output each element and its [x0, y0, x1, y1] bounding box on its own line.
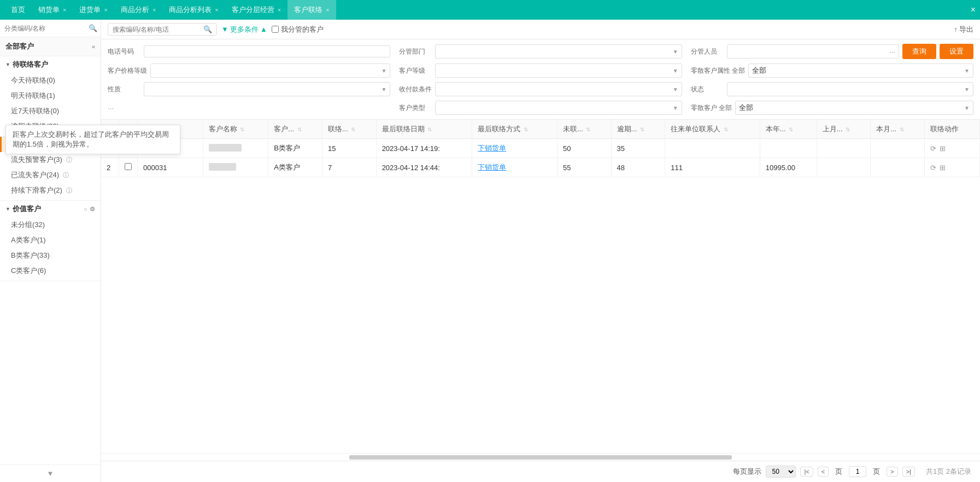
phone-input[interactable] — [144, 45, 390, 57]
page-number-input[interactable] — [849, 466, 866, 477]
sort-lastmonth-icon[interactable]: ⇅ — [846, 126, 850, 132]
nav-tab-home[interactable]: 首页 — [4, 0, 32, 20]
customer-level-select[interactable]: ▼ — [435, 63, 682, 78]
my-customer-checkbox-area[interactable]: 我分管的客户 — [272, 25, 324, 34]
edit-icon[interactable]: ○ — [84, 206, 87, 213]
row2-last-method: 下销货单 — [472, 158, 558, 177]
col-customer-level: 客户... ⇅ — [268, 120, 322, 139]
settings2-icon[interactable]: ⚙ — [90, 206, 95, 213]
nav-tab-product-analysis-list[interactable]: 商品分析列表 × — [162, 0, 225, 20]
retail-attr-select[interactable]: 全部 ▼ — [748, 63, 973, 78]
manager-select[interactable]: ··· — [727, 44, 899, 59]
settings-button[interactable]: 设置 — [940, 44, 973, 59]
row1-this-month — [871, 139, 925, 158]
my-customer-checkbox[interactable] — [272, 26, 279, 33]
col-last-month: 上月... ⇅ — [817, 120, 871, 139]
sort-method-icon[interactable]: ⇅ — [524, 126, 528, 132]
sort-thismonth-icon[interactable]: ⇅ — [900, 126, 904, 132]
search-icon[interactable]: 🔍 — [203, 25, 212, 33]
sidebar-item-today-contact[interactable]: 今天待联络(0) — [0, 73, 101, 88]
sidebar-item-class-b[interactable]: B类客户(33) — [0, 248, 101, 263]
sort-uncontact-icon[interactable]: ⇅ — [586, 126, 590, 132]
sidebar-search-input[interactable] — [4, 25, 86, 32]
chevron-up-icon: ▲ — [260, 25, 267, 33]
query-button[interactable]: 查询 — [902, 44, 936, 59]
more-conditions-button[interactable]: ▼ 更多条件 ▲ — [221, 25, 267, 34]
sidebar-search-icon[interactable]: 🔍 — [89, 24, 97, 32]
filter-row-2: 客户价格等级 ▼ 客户等级 ▼ 零散客户属性 全部 全 — [108, 63, 973, 78]
sidebar-item-tomorrow-contact[interactable]: 明天待联络(1) — [0, 88, 101, 103]
info-icon4: ⓘ — [66, 187, 72, 194]
sidebar-item-churn-warning[interactable]: 流失预警客户(3) ⓘ — [0, 152, 101, 167]
payment-select[interactable]: ▼ — [435, 82, 682, 96]
sidebar-bottom-arrow[interactable]: ▼ — [0, 464, 101, 482]
retail-customer-arrow-icon: ▼ — [964, 105, 970, 111]
sidebar-item-unclassified[interactable]: 未分组(32) — [0, 217, 101, 233]
export-button[interactable]: ↑ 导出 — [954, 25, 974, 34]
row2-code[interactable]: 000031 — [138, 158, 203, 177]
sort-level-icon[interactable]: ⇅ — [297, 126, 302, 132]
row2-grid-icon[interactable]: ⊞ — [940, 164, 946, 172]
sidebar-item-class-c[interactable]: C类客户(6) — [0, 263, 101, 278]
retail-customer-select[interactable]: 全部 ▼ — [735, 101, 973, 115]
search-input[interactable] — [113, 26, 201, 33]
payment-filter: 收付款条件 ▼ — [399, 82, 682, 96]
close-product-analysis-list-tab-icon[interactable]: × — [215, 7, 218, 13]
dept-select[interactable]: ▼ — [435, 44, 682, 59]
nature-select[interactable]: ▼ — [144, 82, 390, 96]
close-all-tabs-button[interactable]: × — [971, 5, 976, 15]
sort-unit-icon[interactable]: ⇅ — [724, 126, 728, 132]
close-product-analysis-tab-icon[interactable]: × — [152, 7, 156, 13]
all-customers-header[interactable]: 全部客户 « — [0, 37, 101, 56]
row2-overdue: 48 — [611, 158, 665, 177]
pending-contact-group-title[interactable]: ▼ 待联络客户 — [0, 56, 101, 73]
nav-tab-product-analysis[interactable]: 商品分析 × — [114, 0, 162, 20]
first-page-button[interactable]: |< — [800, 467, 813, 477]
sidebar-item-churned[interactable]: 已流失客户(24) ⓘ — [0, 167, 101, 183]
price-level-select[interactable]: ▼ — [150, 63, 390, 78]
nature-filter: 性质 ▼ — [108, 82, 390, 96]
customer-type-select[interactable]: ▼ — [435, 101, 682, 115]
sidebar-collapse-icon[interactable]: « — [92, 43, 95, 50]
phone-filter: 电话号码 — [108, 44, 390, 59]
next-page-button[interactable]: > — [887, 467, 897, 477]
page-size-select[interactable]: 50 100 200 — [766, 466, 796, 478]
col-this-year: 本年... ⇅ — [760, 120, 817, 139]
row1-link-icon[interactable]: ⟳ — [930, 144, 936, 153]
pagination-bar: 每页显示 50 100 200 |< < 页 页 > >| 共1页 2条记录 — [101, 461, 980, 482]
close-sales-tab-icon[interactable]: × — [63, 7, 66, 13]
scrollbar-thumb[interactable] — [349, 455, 732, 460]
nav-tab-sales[interactable]: 销货单 × — [32, 0, 73, 20]
row1-actions: ⟳ ⊞ — [925, 139, 980, 158]
nav-tab-customer-contact[interactable]: 客户联络 × — [287, 0, 336, 20]
value-customer-group-title[interactable]: ▼ 价值客户 ○ ⚙ — [0, 201, 101, 217]
status-select[interactable]: ▼ — [727, 82, 973, 96]
close-customer-segment-tab-icon[interactable]: × — [278, 7, 281, 13]
advanced-filter-panel: 电话号码 分管部门 ▼ 分管人员 ··· 查询 — [101, 39, 980, 120]
extra-filter-dots[interactable]: ··· — [108, 104, 114, 112]
row2-last-date: 2023-04-12 14:44: — [376, 158, 472, 177]
row2-select-checkbox[interactable] — [125, 163, 132, 170]
sort-overdue-icon[interactable]: ⇅ — [640, 126, 644, 132]
row2-action-icons: ⟳ ⊞ — [930, 164, 974, 172]
horizontal-scrollbar[interactable] — [101, 453, 980, 461]
sort-date-icon[interactable]: ⇅ — [427, 126, 432, 132]
sort-contact-icon[interactable]: ⇅ — [351, 126, 355, 132]
sort-year-icon[interactable]: ⇅ — [789, 126, 793, 132]
prev-page-button[interactable]: < — [818, 467, 829, 477]
price-level-filter: 客户价格等级 ▼ — [108, 63, 390, 78]
sort-name-icon[interactable]: ⇅ — [240, 126, 244, 132]
close-purchase-tab-icon[interactable]: × — [104, 7, 107, 13]
sidebar-item-class-a[interactable]: A类客户(1) — [0, 233, 101, 248]
manager-dots-icon: ··· — [889, 48, 895, 56]
last-page-button[interactable]: >| — [902, 467, 915, 477]
row1-grid-icon[interactable]: ⊞ — [940, 144, 946, 153]
filter-icon: ▼ — [221, 25, 228, 33]
sidebar-item-declining[interactable]: 持续下滑客户(2) ⓘ — [0, 183, 101, 198]
row2-link-icon[interactable]: ⟳ — [930, 164, 936, 172]
nav-tab-purchase[interactable]: 进货单 × — [73, 0, 114, 20]
nav-tab-customer-segment[interactable]: 客户分层经营 × — [225, 0, 287, 20]
sidebar-item-7days-contact[interactable]: 近7天待联络(0) — [0, 103, 101, 119]
close-customer-contact-tab-icon[interactable]: × — [326, 7, 329, 13]
value-customer-group: ▼ 价值客户 ○ ⚙ 未分组(32) A类客户(1) B类客户(33) C类客户… — [0, 201, 101, 281]
